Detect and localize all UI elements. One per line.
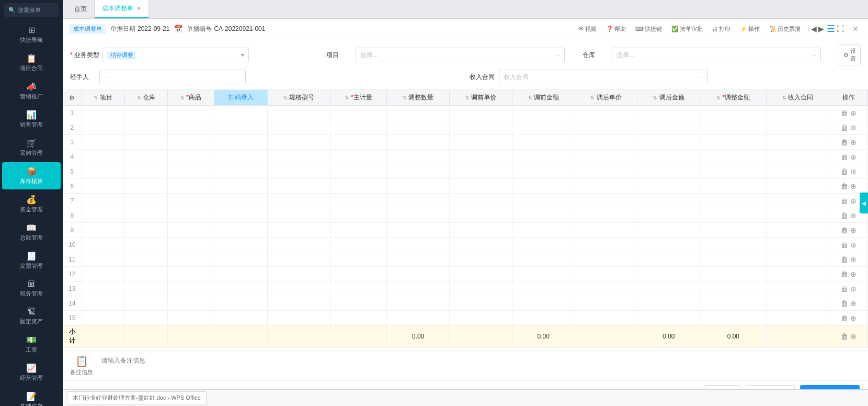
row-income-contract-14[interactable] bbox=[767, 296, 829, 311]
row-warehouse-7[interactable] bbox=[124, 194, 167, 208]
row-unit-4[interactable] bbox=[330, 150, 386, 164]
row-scan-15[interactable] bbox=[214, 311, 268, 325]
close-tab-btn[interactable]: ✕ bbox=[136, 5, 141, 12]
row-goods-12[interactable] bbox=[167, 267, 214, 281]
row-adj-amount-9[interactable] bbox=[700, 223, 767, 238]
row-project-6[interactable] bbox=[82, 179, 124, 194]
row-income-contract-9[interactable] bbox=[767, 223, 829, 238]
row-prev-price-4[interactable] bbox=[450, 150, 512, 164]
row-after-amount-2[interactable] bbox=[637, 120, 700, 135]
row-spec-11[interactable] bbox=[268, 252, 330, 267]
row-spec-13[interactable] bbox=[268, 281, 330, 296]
row-spec-1[interactable] bbox=[268, 106, 330, 120]
row-adj-amount-1[interactable] bbox=[700, 106, 767, 120]
row-prev-amount-6[interactable] bbox=[512, 179, 575, 194]
project-input[interactable]: 选择... ··· bbox=[356, 48, 565, 62]
delete-row-btn-13[interactable]: 🗑 bbox=[841, 285, 848, 293]
biz-type-input[interactable]: 结存调整 ▾ bbox=[102, 48, 249, 62]
delete-row-btn-3[interactable]: 🗑 bbox=[841, 138, 848, 146]
copy-row-btn-5[interactable]: ⊕ bbox=[850, 167, 856, 176]
row-after-price-12[interactable] bbox=[575, 267, 637, 281]
row-adj-qty-12[interactable] bbox=[387, 267, 450, 281]
row-unit-15[interactable] bbox=[330, 311, 386, 325]
row-warehouse-9[interactable] bbox=[124, 223, 167, 238]
sidebar-item-sales-mgmt[interactable]: 📊 销售管理 bbox=[2, 106, 61, 133]
copy-row-btn-6[interactable]: ⊕ bbox=[850, 182, 856, 190]
toolbar-help-btn[interactable]: ❓ 帮助 bbox=[604, 24, 628, 34]
toolbar-approve-btn[interactable]: ✅ 按单审批 bbox=[669, 24, 705, 34]
tab-home[interactable]: 首页 bbox=[67, 0, 95, 18]
row-after-price-4[interactable] bbox=[575, 150, 637, 164]
sidebar-item-ledger-mgmt[interactable]: 📖 总账管理 bbox=[2, 219, 61, 246]
row-goods-10[interactable] bbox=[167, 238, 214, 252]
row-prev-amount-3[interactable] bbox=[512, 135, 575, 150]
row-project-11[interactable] bbox=[82, 252, 124, 267]
row-after-amount-15[interactable] bbox=[637, 311, 700, 325]
row-income-contract-12[interactable] bbox=[767, 267, 829, 281]
row-warehouse-8[interactable] bbox=[124, 208, 167, 223]
copy-row-btn-10[interactable]: ⊕ bbox=[850, 241, 856, 249]
row-adj-qty-7[interactable] bbox=[387, 194, 450, 208]
sidebar-item-sales-promo[interactable]: 📣 营销推广 bbox=[2, 77, 61, 105]
row-adj-qty-11[interactable] bbox=[387, 252, 450, 267]
row-goods-5[interactable] bbox=[167, 164, 214, 179]
sidebar-search[interactable]: 🔍 搜索菜单 bbox=[4, 3, 59, 17]
delete-row-btn-14[interactable]: 🗑 bbox=[841, 299, 848, 308]
row-prev-price-8[interactable] bbox=[450, 208, 512, 223]
row-project-5[interactable] bbox=[82, 164, 124, 179]
row-goods-15[interactable] bbox=[167, 311, 214, 325]
row-project-15[interactable] bbox=[82, 311, 124, 325]
row-adj-qty-14[interactable] bbox=[387, 296, 450, 311]
table-settings-icon[interactable]: ⚙ bbox=[69, 94, 75, 102]
row-scan-10[interactable] bbox=[214, 238, 268, 252]
delete-row-btn-8[interactable]: 🗑 bbox=[841, 211, 848, 220]
row-warehouse-15[interactable] bbox=[124, 311, 167, 325]
row-warehouse-5[interactable] bbox=[124, 164, 167, 179]
row-project-2[interactable] bbox=[82, 120, 124, 135]
row-scan-3[interactable] bbox=[214, 135, 268, 150]
row-prev-amount-11[interactable] bbox=[512, 252, 575, 267]
row-adj-amount-4[interactable] bbox=[700, 150, 767, 164]
row-warehouse-13[interactable] bbox=[124, 281, 167, 296]
row-scan-4[interactable] bbox=[214, 150, 268, 164]
row-unit-5[interactable] bbox=[330, 164, 386, 179]
row-after-amount-1[interactable] bbox=[637, 106, 700, 120]
row-project-3[interactable] bbox=[82, 135, 124, 150]
row-adj-qty-3[interactable] bbox=[387, 135, 450, 150]
row-income-contract-4[interactable] bbox=[767, 150, 829, 164]
row-prev-price-5[interactable] bbox=[450, 164, 512, 179]
row-goods-2[interactable] bbox=[167, 120, 214, 135]
row-prev-amount-2[interactable] bbox=[512, 120, 575, 135]
row-spec-15[interactable] bbox=[268, 311, 330, 325]
row-prev-amount-4[interactable] bbox=[512, 150, 575, 164]
handler-input[interactable]: ··· bbox=[99, 70, 246, 84]
sidebar-item-funds-mgmt[interactable]: 💰 资金管理 bbox=[2, 190, 61, 218]
row-unit-8[interactable] bbox=[330, 208, 386, 223]
row-adj-amount-6[interactable] bbox=[700, 179, 767, 194]
row-adj-amount-3[interactable] bbox=[700, 135, 767, 150]
row-project-13[interactable] bbox=[82, 281, 124, 296]
copy-row-btn-12[interactable]: ⊕ bbox=[850, 270, 856, 278]
row-after-price-7[interactable] bbox=[575, 194, 637, 208]
row-income-contract-8[interactable] bbox=[767, 208, 829, 223]
row-after-price-10[interactable] bbox=[575, 238, 637, 252]
row-after-amount-13[interactable] bbox=[637, 281, 700, 296]
row-prev-price-12[interactable] bbox=[450, 267, 512, 281]
row-spec-2[interactable] bbox=[268, 120, 330, 135]
row-prev-amount-15[interactable] bbox=[512, 311, 575, 325]
row-after-amount-3[interactable] bbox=[637, 135, 700, 150]
tab-cost-adjust[interactable]: 成本调整单 ✕ bbox=[95, 0, 149, 18]
row-prev-price-1[interactable] bbox=[450, 106, 512, 120]
sidebar-item-tax-mgmt[interactable]: 🏛 税务管理 bbox=[2, 275, 61, 302]
delete-row-btn-15[interactable]: 🗑 bbox=[841, 314, 848, 322]
delete-row-btn-7[interactable]: 🗑 bbox=[841, 197, 848, 205]
row-adj-amount-5[interactable] bbox=[700, 164, 767, 179]
row-spec-5[interactable] bbox=[268, 164, 330, 179]
row-after-price-5[interactable] bbox=[575, 164, 637, 179]
row-spec-10[interactable] bbox=[268, 238, 330, 252]
row-scan-11[interactable] bbox=[214, 252, 268, 267]
row-goods-1[interactable] bbox=[167, 106, 214, 120]
taskbar-item[interactable]: 木门行业好业财处理方案-墨红红.doc - WPS Office bbox=[67, 391, 207, 404]
row-scan-12[interactable] bbox=[214, 267, 268, 281]
project-dots[interactable]: ··· bbox=[556, 52, 560, 58]
